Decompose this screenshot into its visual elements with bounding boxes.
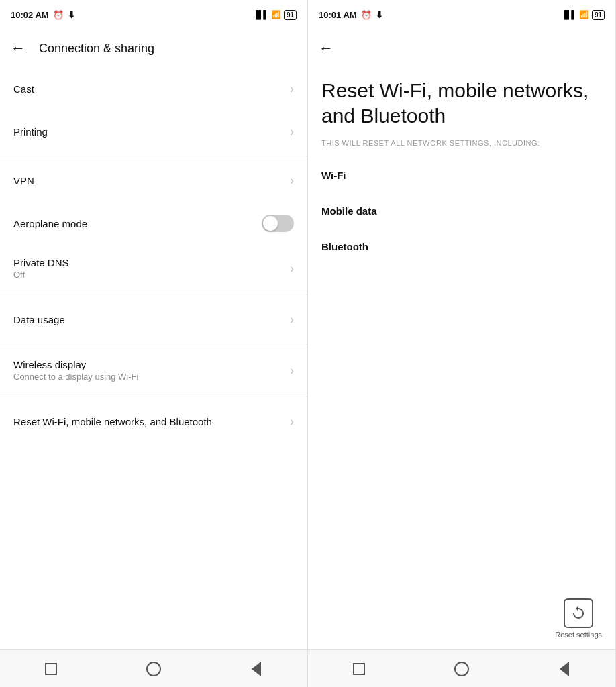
- signal-icon: ▐▌▌: [253, 10, 268, 19]
- wifi-icon-right: 📶: [579, 10, 589, 19]
- page-title-left: Connection & sharing: [39, 42, 154, 56]
- nav-bar-left: [0, 649, 307, 687]
- back-button-left[interactable]: ←: [11, 40, 25, 57]
- content-left: Cast › Printing › VPN › Aeroplane mode: [0, 67, 307, 649]
- circle-icon-right: [454, 662, 469, 676]
- divider-after-private-dns: [0, 295, 307, 295]
- cast-label: Cast: [13, 83, 34, 95]
- chevron-printing: ›: [290, 125, 294, 139]
- time-right: 10:01 AM: [319, 10, 357, 20]
- divider-after-wireless-display: [0, 397, 307, 397]
- battery-right: 91: [592, 10, 605, 20]
- chevron-cast: ›: [290, 82, 294, 96]
- chevron-private-dns: ›: [290, 262, 294, 276]
- reset-settings-label: Reset settings: [555, 631, 602, 639]
- status-time-right: 10:01 AM ⏰ ⬇: [319, 10, 383, 20]
- signal-icon-right: ▐▌▌: [561, 10, 576, 19]
- status-icons-right: ▐▌▌ 📶 91: [561, 10, 605, 20]
- reset-item-mobile-data: Mobile data: [308, 193, 615, 229]
- battery-left: 91: [284, 10, 297, 20]
- chevron-wireless-display: ›: [290, 364, 294, 378]
- status-icons-left: ▐▌▌ 📶 91: [253, 10, 297, 20]
- status-bar-left: 10:02 AM ⏰ ⬇ ▐▌▌ 📶 91: [0, 0, 307, 30]
- vpn-label: VPN: [13, 175, 34, 187]
- reset-svg: [570, 605, 586, 621]
- private-dns-label: Private DNS: [13, 257, 69, 268]
- settings-item-vpn[interactable]: VPN ›: [0, 159, 307, 202]
- nav-home-right[interactable]: [450, 657, 474, 681]
- nav-home-left[interactable]: [142, 657, 166, 681]
- settings-item-reset-wifi[interactable]: Reset Wi-Fi, mobile networks, and Blueto…: [0, 400, 307, 443]
- data-usage-label: Data usage: [13, 314, 65, 325]
- time-left: 10:02 AM: [11, 10, 49, 20]
- reset-subtitle: THIS WILL RESET ALL NETWORK SETTINGS, IN…: [308, 134, 615, 158]
- download-icon: ⬇: [68, 10, 75, 20]
- nav-bar-right: [308, 649, 615, 687]
- settings-item-wireless-display[interactable]: Wireless display Connect to a display us…: [0, 347, 307, 394]
- download-icon-right: ⬇: [376, 10, 383, 20]
- right-panel: 10:01 AM ⏰ ⬇ ▐▌▌ 📶 91 ← Reset Wi-Fi, mob…: [308, 0, 616, 687]
- triangle-icon-left: [252, 662, 261, 676]
- printing-label: Printing: [13, 126, 48, 138]
- reset-item-bluetooth: Bluetooth: [308, 229, 615, 264]
- divider-after-data-usage: [0, 344, 307, 344]
- reset-icon: [564, 598, 593, 628]
- left-panel: 10:02 AM ⏰ ⬇ ▐▌▌ 📶 91 ← Connection & sha…: [0, 0, 308, 687]
- status-time-left: 10:02 AM ⏰ ⬇: [11, 10, 75, 20]
- wireless-display-label: Wireless display: [13, 359, 138, 370]
- reset-item-wifi: Wi-Fi: [308, 158, 615, 193]
- private-dns-subtitle: Off: [13, 270, 69, 280]
- settings-item-aeroplane[interactable]: Aeroplane mode: [0, 202, 307, 245]
- settings-item-cast[interactable]: Cast ›: [0, 67, 307, 110]
- divider-after-printing: [0, 156, 307, 156]
- chevron-reset-wifi: ›: [290, 415, 294, 429]
- circle-icon-left: [146, 662, 161, 676]
- toggle-thumb: [263, 216, 278, 231]
- chevron-data-usage: ›: [290, 313, 294, 327]
- status-bar-right: 10:01 AM ⏰ ⬇ ▐▌▌ 📶 91: [308, 0, 615, 30]
- wireless-display-subtitle: Connect to a display using Wi-Fi: [13, 372, 138, 382]
- aeroplane-label: Aeroplane mode: [13, 218, 87, 229]
- nav-back-right[interactable]: [552, 657, 576, 681]
- right-content: Reset Wi-Fi, mobile networks, and Blueto…: [308, 67, 615, 687]
- settings-item-private-dns[interactable]: Private DNS Off ›: [0, 245, 307, 292]
- alarm-icon: ⏰: [53, 10, 64, 20]
- top-bar-left: ← Connection & sharing: [0, 30, 307, 67]
- nav-square-left[interactable]: [39, 657, 63, 681]
- reset-footer: Reset settings: [308, 588, 615, 649]
- triangle-icon-right: [560, 662, 569, 676]
- nav-square-right[interactable]: [347, 657, 371, 681]
- back-button-right[interactable]: ←: [319, 40, 333, 57]
- reset-wifi-label: Reset Wi-Fi, mobile networks, and Blueto…: [13, 416, 282, 427]
- aeroplane-toggle[interactable]: [262, 215, 294, 232]
- wifi-icon: 📶: [271, 10, 281, 19]
- top-bar-right: ←: [308, 30, 615, 67]
- reset-page-title: Reset Wi-Fi, mobile networks, and Blueto…: [308, 67, 615, 134]
- square-icon-right: [353, 663, 365, 675]
- nav-back-left[interactable]: [244, 657, 268, 681]
- square-icon-left: [45, 663, 57, 675]
- chevron-vpn: ›: [290, 174, 294, 188]
- settings-item-printing[interactable]: Printing ›: [0, 110, 307, 153]
- settings-item-data-usage[interactable]: Data usage ›: [0, 298, 307, 341]
- spacer: [308, 264, 615, 588]
- alarm-icon-right: ⏰: [361, 10, 372, 20]
- reset-settings-button[interactable]: Reset settings: [555, 598, 602, 639]
